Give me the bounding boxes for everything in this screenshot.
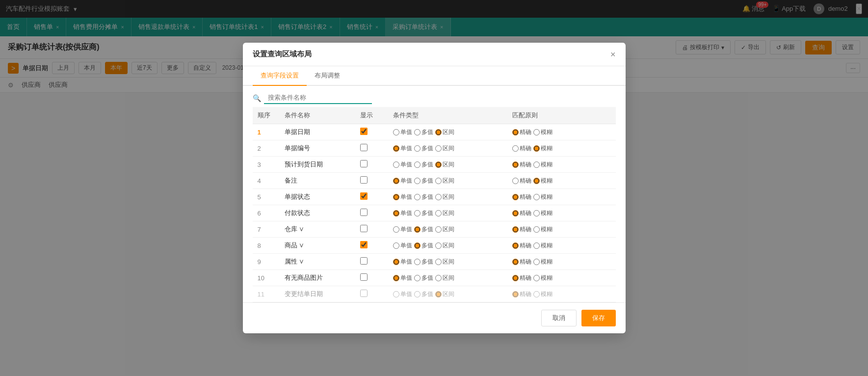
type-radio[interactable] (414, 129, 421, 135)
modal-overlay: 设置查询区域布局 × 查询字段设置 布局调整 🔍 顺序 条件名称 (0, 0, 868, 376)
cancel-button[interactable]: 取消 (541, 310, 577, 326)
show-checkbox[interactable] (360, 273, 368, 281)
search-input[interactable] (264, 92, 372, 104)
type-radio[interactable] (393, 291, 399, 297)
type-radio[interactable] (393, 161, 399, 168)
match-radio[interactable] (512, 259, 519, 265)
match-radio[interactable] (512, 226, 519, 233)
type-radio[interactable] (393, 178, 399, 184)
modal-tab-layout[interactable]: 布局调整 (307, 66, 348, 86)
type-radio[interactable] (414, 145, 421, 152)
match-radio[interactable] (533, 210, 540, 216)
type-radio[interactable] (414, 275, 421, 281)
show-checkbox[interactable] (360, 192, 368, 200)
row-order: 7 (258, 226, 261, 233)
type-radio[interactable] (393, 129, 399, 135)
table-row: 11变更结单日期单值多值区间精确模糊 (253, 286, 616, 302)
type-radio[interactable] (435, 226, 442, 233)
type-radio-group: 单值多值区间 (393, 290, 502, 298)
type-radio-group: 单值多值区间 (393, 144, 502, 153)
row-condition-name: 商品 ∨ (280, 238, 356, 254)
match-radio[interactable] (512, 194, 519, 200)
type-radio[interactable] (393, 194, 399, 200)
modal-close-button[interactable]: × (610, 50, 616, 59)
row-condition-name: 预计到货日期 (280, 157, 356, 173)
row-order: 4 (258, 177, 261, 185)
type-radio[interactable] (414, 291, 421, 297)
match-radio[interactable] (533, 259, 540, 265)
match-radio-group: 精确模糊 (512, 242, 611, 250)
type-radio[interactable] (435, 259, 442, 265)
type-radio[interactable] (414, 161, 421, 168)
match-radio[interactable] (533, 291, 540, 297)
type-radio[interactable] (414, 242, 421, 249)
match-radio[interactable] (512, 291, 519, 297)
match-radio-group: 精确模糊 (512, 144, 611, 153)
row-condition-name: 备注 (280, 173, 356, 189)
match-radio[interactable] (533, 161, 540, 168)
match-radio[interactable] (533, 275, 540, 281)
type-radio[interactable] (414, 259, 421, 265)
type-radio[interactable] (435, 291, 442, 297)
type-radio[interactable] (435, 194, 442, 200)
match-radio[interactable] (533, 178, 540, 184)
match-radio[interactable] (512, 129, 519, 135)
match-radio[interactable] (533, 242, 540, 249)
type-radio[interactable] (414, 194, 421, 200)
type-radio[interactable] (414, 226, 421, 233)
show-checkbox[interactable] (360, 209, 368, 216)
type-radio[interactable] (393, 242, 399, 249)
match-radio[interactable] (512, 161, 519, 168)
type-radio[interactable] (393, 275, 399, 281)
show-checkbox[interactable] (360, 241, 368, 248)
type-radio-group: 单值多值区间 (393, 128, 502, 136)
modal-table-head: 顺序 条件名称 显示 条件类型 匹配原则 (253, 107, 616, 124)
match-radio[interactable] (533, 194, 540, 200)
row-order: 2 (258, 145, 261, 152)
type-radio[interactable] (393, 226, 399, 233)
type-radio[interactable] (393, 259, 399, 265)
row-condition-name: 变更结单日期 (280, 286, 356, 302)
row-condition-name: 单据编号 (280, 140, 356, 157)
show-checkbox[interactable] (360, 160, 368, 167)
row-condition-name: 仓库 ∨ (280, 221, 356, 238)
type-radio[interactable] (435, 242, 442, 249)
save-button[interactable]: 保存 (581, 310, 616, 326)
type-radio[interactable] (435, 161, 442, 168)
row-condition-name: 有无商品图片 (280, 270, 356, 286)
match-radio[interactable] (512, 275, 519, 281)
th-match: 匹配原则 (507, 107, 616, 124)
type-radio[interactable] (435, 275, 442, 281)
show-checkbox[interactable] (360, 176, 368, 184)
type-radio-group: 单值多值区间 (393, 161, 502, 169)
type-radio[interactable] (435, 129, 442, 135)
type-radio[interactable] (393, 145, 399, 152)
row-condition-name: 单据日期 (280, 124, 356, 140)
match-radio[interactable] (533, 145, 540, 152)
match-radio[interactable] (512, 210, 519, 216)
type-radio[interactable] (414, 210, 421, 216)
row-condition-name: 属性 ∨ (280, 254, 356, 270)
match-radio[interactable] (512, 178, 519, 184)
show-checkbox[interactable] (360, 290, 368, 297)
type-radio[interactable] (435, 178, 442, 184)
show-checkbox[interactable] (360, 225, 368, 232)
type-radio[interactable] (435, 145, 442, 152)
match-radio[interactable] (512, 145, 519, 152)
type-radio[interactable] (435, 210, 442, 216)
show-checkbox[interactable] (360, 257, 368, 265)
row-condition-name: 付款状态 (280, 205, 356, 221)
type-radio[interactable] (393, 210, 399, 216)
match-radio[interactable] (512, 242, 519, 249)
modal-tab-query-fields[interactable]: 查询字段设置 (253, 66, 307, 86)
match-radio[interactable] (533, 129, 540, 135)
type-radio-group: 单值多值区间 (393, 242, 502, 250)
th-show: 显示 (355, 107, 388, 124)
row-order: 1 (258, 129, 261, 136)
match-radio[interactable] (533, 226, 540, 233)
match-radio-group: 精确模糊 (512, 177, 611, 185)
show-checkbox[interactable] (360, 144, 368, 151)
type-radio[interactable] (414, 178, 421, 184)
modal-table-wrap: 顺序 条件名称 显示 条件类型 匹配原则 1单据日期单值多值区间精确模糊2单据编… (243, 107, 626, 302)
show-checkbox[interactable] (360, 128, 368, 135)
